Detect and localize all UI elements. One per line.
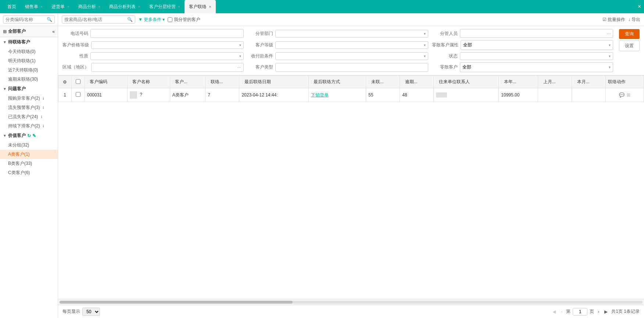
sidebar-item-churn-warning[interactable]: 流失预警客户(3) ℹ [0,103,58,112]
col-settings[interactable]: ⚙ [58,76,72,88]
sidebar-item-tomorrow[interactable]: 明天待联络(1) [0,56,58,66]
filter-price-select[interactable]: ▾ [91,41,244,49]
search-icon[interactable]: 🔍 [127,17,133,22]
col-overdue: :逾期... [400,76,434,88]
my-customers-checkbox[interactable] [168,17,172,22]
cell-checkbox[interactable] [72,88,85,102]
filter-scattered-select[interactable]: 全部 ▾ [460,62,613,72]
cell-last-method[interactable]: 下销货单 [308,88,366,102]
payment-arrow-icon: ▾ [424,54,426,58]
filter-nature-select[interactable]: ▾ [90,52,244,60]
export-button[interactable]: ↓ 导出 [628,17,640,23]
batch-operation-button[interactable]: ☑ 批量操作 [602,17,625,23]
filter-nature-label: 性质 [62,53,88,59]
toolbar: 🔍 ▼ 更多条件 ▾ 我分管的客户 ☑ 批量操作 ↓ 导出 [58,13,644,26]
sidebar-section-problem[interactable]: ▼ 问题客户 [0,84,58,94]
select-all-checkbox[interactable] [76,79,80,84]
my-customers-filter[interactable]: 我分管的客户 [168,17,200,23]
filter-scattered-attr-label: 零散客户属性 [432,42,458,48]
person-dotdot-icon[interactable]: ··· [607,31,611,36]
col-contact-person: :往来单位联系人 [434,76,499,88]
action-icons: 💬 ⊞ [608,92,641,98]
cell-this-year: 10995.00 [499,88,538,102]
setting-button[interactable]: 设置 [619,40,640,51]
page-size-select[interactable]: 50 [82,308,100,316]
horizontal-scrollbar[interactable] [58,299,644,305]
row-checkbox[interactable] [76,92,80,97]
scroll-thumb[interactable] [60,301,293,304]
scattered-arrow-icon: ▾ [609,65,611,69]
sidebar-item-today[interactable]: 今天待联络(0) [0,47,58,56]
close-all-tabs[interactable]: × [638,3,641,10]
scattered-attr-arrow-icon: ▾ [609,43,611,47]
filter-person-select[interactable]: ··· [460,29,613,38]
sidebar-item-7days[interactable]: 近7天待联络(0) [0,66,58,75]
page-number-input[interactable] [573,308,587,315]
sidebar-section-value[interactable]: ▼ 价值客户 ↻ ✎ [0,131,58,141]
prev-page-btn[interactable]: ‹ [559,308,564,315]
query-button[interactable]: 查询 [619,29,640,39]
nav-home-tab[interactable]: 首页 [3,4,21,10]
filter-region-select[interactable]: ··· [91,63,244,72]
filter-dept-select[interactable]: ▾ [275,30,429,38]
nav-customer-segment-tab[interactable]: 客户分层经营 × [145,0,185,13]
filter-phone-input[interactable] [90,29,244,38]
filter-type-input[interactable] [275,63,429,72]
scroll-track[interactable] [60,301,643,304]
sidebar-item-declining[interactable]: 持续下滑客户(2) ℹ [0,121,58,131]
close-purchase-tab[interactable]: × [67,4,69,9]
cell-name[interactable]: ? [127,88,170,102]
nav-product-list-tab[interactable]: 商品分析列表 × [105,0,144,13]
sidebar-item-hoard[interactable]: 囤购异常客户(2) ℹ [0,94,58,103]
close-customer-contact-tab[interactable]: × [209,4,211,9]
filter-type-label: 客户类型 [247,64,273,70]
total-info: 共1页 1条记录 [611,308,640,315]
next-page-btn[interactable]: › [596,308,601,315]
col-not-contacted: :未联... [366,76,400,88]
sidebar-item-a-class[interactable]: A类客户(1) [0,150,58,159]
col-last-date: :最后联络日期 [239,76,308,88]
close-product-analysis-tab[interactable]: × [98,4,100,9]
filter-payment-select[interactable]: ▾ [275,52,429,60]
nav-sales-tab[interactable]: 销售单 × [21,0,47,13]
filter-scattered-attr-select[interactable]: 全部 ▾ [461,40,613,50]
nav-customer-contact-tab[interactable]: 客户联络 × [185,0,215,13]
sidebar-item-c-class[interactable]: C类客户(6) [0,168,58,177]
region-dotdot-icon[interactable]: ··· [237,65,241,70]
nav-purchase-tab[interactable]: 进货单 × [47,0,74,13]
nav-product-analysis-tab[interactable]: 商品分析 × [74,0,105,13]
filter-status-select[interactable]: ▾ [460,52,613,60]
edit-group-icon[interactable]: ✎ [32,133,36,138]
message-icon[interactable]: 💬 [619,92,625,98]
filter-level-select[interactable]: ▾ [275,41,429,49]
close-customer-segment-tab[interactable]: × [178,4,180,9]
close-sales-tab[interactable]: × [40,4,43,9]
sidebar-item-churned[interactable]: 已流失客户(24) ℹ [0,112,58,121]
sidebar-item-ungrouped[interactable]: 未分组(32) [0,141,58,150]
sidebar-item-b-class[interactable]: B类客户(33) [0,159,58,168]
toolbar-search-area: 🔍 [62,15,135,24]
filter-button[interactable]: ▼ 更多条件 ▾ [138,17,165,23]
qr-icon[interactable]: ⊞ [627,92,630,98]
filter-actions: 查询 设置 [619,29,640,72]
sidebar-section-pending[interactable]: ▼ 待联络客户 [0,37,58,47]
content-area: 🔍 ▼ 更多条件 ▾ 我分管的客户 ☑ 批量操作 ↓ 导出 [58,13,644,318]
filter-dept: 分管部门 ▾ [247,30,429,38]
col-this-month: :本月... [572,76,606,88]
search-input[interactable] [64,17,127,22]
filter-phone: 电话号码 [62,29,244,38]
filter-arrow-icon: ▾ [162,17,165,22]
col-checkbox[interactable] [72,76,85,88]
export-icon: ↓ [628,17,630,22]
page-size-area: 每页显示 50 [62,308,100,316]
cell-last-month [538,88,572,102]
sidebar-collapse-icon[interactable]: « [52,29,55,34]
sidebar-item-overdue[interactable]: 逾期未联络(30) [0,75,58,84]
sidebar-search-icon[interactable]: 🔍 [47,17,52,22]
filter-status: 状态 ▾ [432,52,613,60]
last-page-btn[interactable]: ▶ [603,308,609,315]
sidebar-all-customers[interactable]: ⊞ 全部客户 « [0,26,58,37]
first-page-btn[interactable]: ◀ [551,308,557,315]
add-group-icon[interactable]: ↻ [27,133,31,138]
close-product-list-tab[interactable]: × [138,4,140,9]
